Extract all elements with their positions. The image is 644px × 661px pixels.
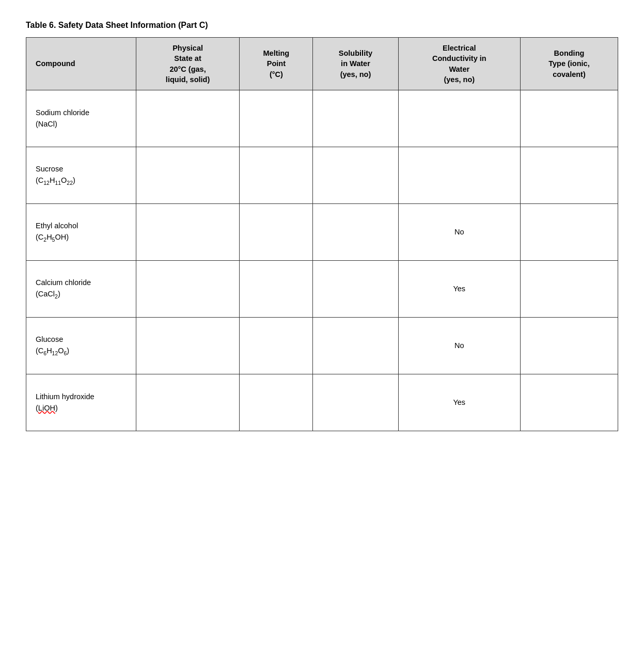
data-table: Compound PhysicalState at20°C (gas,liqui…	[26, 37, 618, 431]
cell-electrical-2: No	[398, 204, 520, 261]
cell-electrical-0	[398, 90, 520, 147]
table-row: Calcium chloride(CaCl2)Yes	[26, 261, 618, 318]
cell-electrical-4: No	[398, 318, 520, 374]
cell-solubility-2	[313, 204, 398, 261]
cell-bonding-2	[520, 204, 618, 261]
cell-bonding-4	[520, 318, 618, 374]
page-title: Table 6. Safety Data Sheet Information (…	[26, 21, 618, 30]
cell-bonding-3	[520, 261, 618, 318]
cell-melting-2	[240, 204, 313, 261]
cell-compound-3: Calcium chloride(CaCl2)	[26, 261, 136, 318]
cell-physical-5	[136, 374, 240, 431]
cell-physical-0	[136, 90, 240, 147]
cell-melting-4	[240, 318, 313, 374]
cell-melting-0	[240, 90, 313, 147]
table-header-row: Compound PhysicalState at20°C (gas,liqui…	[26, 38, 618, 90]
cell-physical-1	[136, 147, 240, 204]
cell-bonding-1	[520, 147, 618, 204]
cell-melting-1	[240, 147, 313, 204]
cell-electrical-1	[398, 147, 520, 204]
table-row: Lithium hydroxide(LiOH)Yes	[26, 374, 618, 431]
header-physical: PhysicalState at20°C (gas,liquid, solid)	[136, 38, 240, 90]
cell-compound-4: Glucose(C6H12O6)	[26, 318, 136, 374]
cell-electrical-3: Yes	[398, 261, 520, 318]
table-row: Sucrose(C12H11O22)	[26, 147, 618, 204]
cell-compound-2: Ethyl alcohol(C2H5OH)	[26, 204, 136, 261]
cell-solubility-4	[313, 318, 398, 374]
cell-solubility-5	[313, 374, 398, 431]
cell-compound-5: Lithium hydroxide(LiOH)	[26, 374, 136, 431]
table-row: Glucose(C6H12O6)No	[26, 318, 618, 374]
cell-compound-0: Sodium chloride(NaCl)	[26, 90, 136, 147]
cell-melting-5	[240, 374, 313, 431]
cell-physical-4	[136, 318, 240, 374]
header-electrical: ElectricalConductivity inWater(yes, no)	[398, 38, 520, 90]
cell-solubility-0	[313, 90, 398, 147]
cell-physical-2	[136, 204, 240, 261]
table-row: Ethyl alcohol(C2H5OH)No	[26, 204, 618, 261]
cell-compound-1: Sucrose(C12H11O22)	[26, 147, 136, 204]
cell-solubility-1	[313, 147, 398, 204]
cell-bonding-5	[520, 374, 618, 431]
cell-melting-3	[240, 261, 313, 318]
cell-solubility-3	[313, 261, 398, 318]
cell-bonding-0	[520, 90, 618, 147]
header-bonding: BondingType (ionic,covalent)	[520, 38, 618, 90]
cell-physical-3	[136, 261, 240, 318]
header-compound: Compound	[26, 38, 136, 90]
cell-electrical-5: Yes	[398, 374, 520, 431]
header-melting: MeltingPoint(°C)	[240, 38, 313, 90]
header-solubility: Solubilityin Water(yes, no)	[313, 38, 398, 90]
table-row: Sodium chloride(NaCl)	[26, 90, 618, 147]
